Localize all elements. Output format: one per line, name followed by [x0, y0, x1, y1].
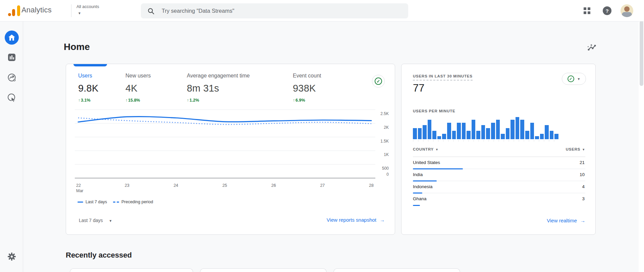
page-title: Home — [64, 42, 90, 52]
recently-accessed-card[interactable] — [70, 268, 193, 272]
realtime-card: USERS IN LAST 30 MINUTES 77 ✓ ▼ USERS PE… — [401, 64, 596, 235]
svg-text:28: 28 — [369, 183, 374, 188]
sidebar-item-advertising[interactable] — [5, 91, 19, 105]
minute-bar — [496, 120, 500, 139]
recently-accessed-title: Recently accessed — [66, 251, 132, 260]
minute-bar — [486, 128, 490, 139]
top-app-bar: Analytics All accounts ▼ ? — [0, 0, 644, 21]
chart-legend: Last 7 days Preceding period — [77, 200, 153, 204]
analytics-home-page: Analytics All accounts ▼ ? — [0, 0, 644, 272]
minute-bar — [472, 120, 476, 139]
metric-tab-event-count[interactable]: Event count 938K ↑6.9% — [293, 73, 321, 103]
chevron-down-icon: ▼ — [78, 11, 99, 15]
country-name: Ghana — [413, 196, 427, 201]
realtime-title: USERS IN LAST 30 MINUTES — [413, 74, 473, 80]
realtime-users-value: 77 — [413, 82, 424, 94]
help-icon[interactable]: ? — [603, 6, 611, 15]
svg-text:1.5K: 1.5K — [380, 139, 389, 144]
chevron-down-icon: ▼ — [109, 219, 112, 223]
users-count: 10 — [580, 172, 585, 177]
minute-bar — [525, 131, 529, 139]
svg-text:2K: 2K — [384, 125, 389, 130]
legend-item-preceding-period: Preceding period — [113, 200, 153, 204]
avatar-body — [622, 12, 632, 17]
up-arrow-icon: ↑ — [293, 98, 295, 103]
metric-label: New users — [125, 73, 151, 79]
table-row[interactable]: India 10 — [413, 169, 585, 181]
minute-bar — [418, 128, 422, 139]
minute-bar — [501, 134, 505, 140]
solid-line-swatch-icon — [77, 202, 83, 203]
metric-tab-users[interactable]: Users 9.8K ↑3.1% — [78, 73, 98, 103]
right-arrow-icon: → — [580, 218, 585, 223]
account-switcher[interactable]: All accounts ▼ — [76, 3, 99, 15]
table-row[interactable]: United States 21 — [413, 157, 585, 169]
explore-icon — [7, 73, 16, 82]
svg-text:Mar: Mar — [76, 188, 84, 193]
avatar[interactable] — [621, 4, 633, 17]
settings-gear-icon — [7, 252, 16, 261]
metric-label: Event count — [293, 73, 321, 79]
insights-sparkline-icon — [587, 43, 597, 52]
minute-bar — [554, 134, 558, 140]
minute-bar — [452, 131, 456, 139]
view-realtime-link[interactable]: View realtime→ — [547, 218, 585, 223]
up-arrow-icon: ↑ — [78, 98, 80, 103]
country-name: Indonesia — [413, 184, 433, 189]
reports-icon — [8, 53, 16, 61]
chevron-down-icon: ▼ — [435, 148, 439, 151]
metric-value: 8m 31s — [187, 83, 250, 94]
minute-bar — [462, 123, 466, 140]
search-input[interactable] — [162, 8, 401, 14]
up-arrow-icon: ↑ — [125, 98, 127, 103]
scrollbar-thumb[interactable] — [640, 21, 643, 86]
svg-text:25: 25 — [222, 183, 227, 188]
check-circle-icon: ✓ — [568, 75, 574, 82]
country-column-header[interactable]: COUNTRY▼ — [413, 147, 439, 151]
minute-bar — [540, 134, 544, 140]
realtime-status-dropdown[interactable]: ✓ ▼ — [562, 73, 586, 85]
table-row[interactable]: Indonesia 4 — [413, 181, 585, 193]
geo-table-body: United States 21 India 10 Indonesia 4 Gh… — [413, 157, 585, 205]
table-row[interactable]: Ghana 3 — [413, 193, 585, 205]
metric-tab-avg-engagement-time[interactable]: Average engagement time 8m 31s ↑1.2% — [187, 73, 250, 103]
minute-bar — [516, 117, 520, 139]
insights-button[interactable] — [585, 41, 599, 54]
data-quality-button[interactable]: ✓ — [372, 75, 385, 88]
home-icon — [8, 35, 15, 41]
svg-text:22: 22 — [76, 183, 81, 188]
svg-text:24: 24 — [173, 183, 178, 188]
minute-bar — [428, 120, 432, 139]
recently-accessed-card[interactable] — [200, 268, 327, 272]
minute-bar — [511, 120, 515, 139]
check-circle-icon: ✓ — [375, 77, 382, 85]
metric-value: 938K — [293, 83, 321, 94]
users-column-header[interactable]: USERS▼ — [566, 147, 585, 151]
svg-text:27: 27 — [320, 183, 325, 188]
google-analytics-logo-icon[interactable] — [8, 5, 20, 16]
metric-delta: ↑1.2% — [187, 98, 250, 103]
view-reports-snapshot-link[interactable]: View reports snapshot→ — [327, 217, 385, 223]
minute-bar — [530, 123, 534, 140]
minute-bar — [491, 123, 495, 140]
users-per-minute-label: USERS PER MINUTE — [413, 109, 455, 113]
minute-bar — [545, 125, 549, 139]
minute-bar — [520, 120, 524, 139]
date-range-selector[interactable]: Last 7 days ▼ — [79, 218, 112, 223]
logo-bar-mid — [12, 9, 15, 16]
apps-grid-icon[interactable] — [584, 7, 590, 14]
bar-chart-baseline — [413, 141, 558, 141]
left-navigation-rail — [0, 21, 23, 272]
minute-bar — [467, 131, 471, 139]
sidebar-item-home[interactable] — [5, 31, 19, 45]
users-per-minute-bar-chart — [413, 117, 558, 139]
sidebar-item-explore[interactable] — [5, 70, 19, 85]
sidebar-item-admin[interactable] — [5, 250, 19, 264]
metric-tab-new-users[interactable]: New users 4K ↑15.8% — [125, 73, 151, 103]
recently-accessed-card[interactable] — [333, 268, 460, 272]
dashed-line-swatch-icon — [113, 202, 119, 203]
avatar-head — [624, 6, 630, 12]
sidebar-item-reports[interactable] — [5, 50, 19, 64]
metric-delta: ↑6.9% — [293, 98, 321, 103]
up-arrow-icon: ↑ — [187, 98, 189, 103]
